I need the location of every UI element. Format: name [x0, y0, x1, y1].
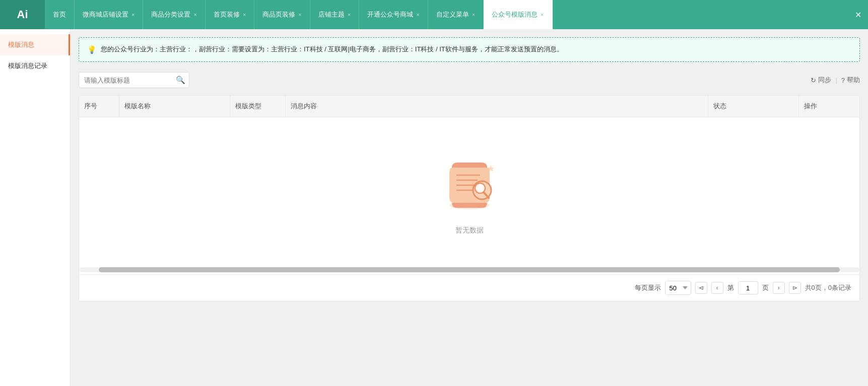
page-label-before: 第	[727, 283, 734, 292]
sidebar-item-template-record[interactable]: 模版消息记录	[0, 55, 70, 76]
close-all-tabs-button[interactable]: ✕	[848, 0, 868, 29]
page-size-label: 每页显示	[635, 283, 661, 292]
sidebar-item-template-msg[interactable]: 模版消息	[0, 34, 70, 55]
search-right: ↻ 同步 | ? 帮助	[811, 75, 860, 85]
close-tab-custom-menu[interactable]: ×	[472, 12, 475, 18]
prev-page-button[interactable]: ‹	[711, 282, 723, 294]
notice-box: 💡 您的公众号行业为：主营行业：，副营行业：需要设置为：主营行业：IT科技 / …	[79, 37, 860, 62]
close-tab-shop-theme[interactable]: ×	[348, 12, 351, 18]
nav-tab-product-decor[interactable]: 商品页装修×	[254, 0, 310, 29]
page-total: 共0页，0条记录	[805, 283, 851, 292]
search-input-wrap: 🔍	[79, 72, 189, 88]
notice-text: 您的公众号行业为：主营行业：，副营行业：需要设置为：主营行业：IT科技 / 互联…	[101, 45, 563, 54]
th-action: 操作	[799, 96, 859, 117]
th-status: 状态	[708, 96, 799, 117]
table-wrap: 序号模版名称模版类型消息内容状态操作	[79, 95, 860, 301]
nav-tab-category-settings[interactable]: 商品分类设置×	[143, 0, 205, 29]
nav-tabs: 首页微商城店铺设置×商品分类设置×首页装修×商品页装修×店铺主题×开通公众号商城…	[45, 0, 848, 29]
nav-tab-home[interactable]: 首页	[45, 0, 75, 29]
help-button[interactable]: ? 帮助	[841, 75, 860, 85]
table-header: 序号模版名称模版类型消息内容状态操作	[79, 96, 859, 117]
scroll-thumb[interactable]	[99, 267, 840, 272]
next-page-button[interactable]: ›	[773, 282, 785, 294]
page-size-select[interactable]: 102050100	[665, 281, 691, 295]
first-page-button[interactable]: ⊲	[695, 282, 707, 294]
empty-text: 暂无数据	[455, 226, 484, 235]
last-page-button[interactable]: ⊳	[789, 282, 801, 294]
main-layout: 模版消息模版消息记录 💡 您的公众号行业为：主营行业：，副营行业：需要设置为：主…	[0, 29, 868, 386]
nav-tab-template-msg[interactable]: 公众号模版消息×	[484, 0, 552, 29]
empty-state: 暂无数据	[79, 117, 859, 265]
close-tab-shop-settings[interactable]: ×	[131, 12, 135, 18]
notice-icon: 💡	[87, 45, 97, 54]
close-tab-category-settings[interactable]: ×	[193, 12, 196, 18]
sidebar: 模版消息模版消息记录	[0, 29, 71, 386]
sync-icon: ↻	[811, 76, 816, 84]
page-label-after: 页	[762, 283, 769, 292]
nav-tab-homepage-decor[interactable]: 首页装修×	[206, 0, 254, 29]
app-logo: Ai	[0, 0, 45, 29]
search-bar: 🔍 ↻ 同步 | ? 帮助	[79, 72, 860, 88]
th-name: 模版名称	[119, 96, 230, 117]
close-tab-template-msg[interactable]: ×	[541, 12, 544, 18]
search-input[interactable]	[79, 72, 189, 88]
nav-tab-open-mall[interactable]: 开通公众号商城×	[359, 0, 428, 29]
nav-tab-shop-theme[interactable]: 店铺主题×	[310, 0, 359, 29]
nav-tab-custom-menu[interactable]: 自定义菜单×	[428, 0, 484, 29]
close-tab-product-decor[interactable]: ×	[298, 12, 301, 18]
empty-illustration	[434, 147, 505, 218]
th-type: 模版类型	[230, 96, 286, 117]
search-icon[interactable]: 🔍	[176, 75, 185, 85]
horizontal-scrollbar[interactable]	[79, 267, 859, 272]
close-tab-open-mall[interactable]: ×	[416, 12, 419, 18]
nav-tab-shop-settings[interactable]: 微商城店铺设置×	[75, 0, 143, 29]
page-input[interactable]	[738, 281, 758, 294]
pagination: 每页显示 102050100 ⊲ ‹ 第 页 › ⊳ 共0页，0条记录	[79, 274, 859, 301]
top-nav: Ai 首页微商城店铺设置×商品分类设置×首页装修×商品页装修×店铺主题×开通公众…	[0, 0, 868, 29]
sync-button[interactable]: ↻ 同步	[811, 75, 831, 85]
th-seq: 序号	[79, 96, 119, 117]
close-tab-homepage-decor[interactable]: ×	[243, 12, 246, 18]
th-content: 消息内容	[286, 96, 708, 117]
content-area: 💡 您的公众号行业为：主营行业：，副营行业：需要设置为：主营行业：IT科技 / …	[71, 29, 868, 386]
help-icon: ?	[841, 76, 845, 84]
